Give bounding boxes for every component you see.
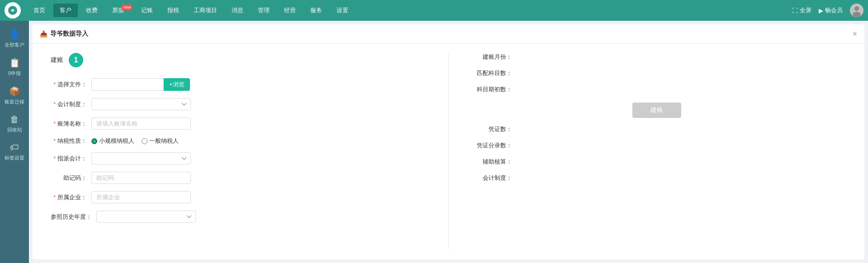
all-customers-label: 全部客户 xyxy=(5,42,24,48)
general-taxpayer-radio[interactable] xyxy=(142,138,147,144)
nav-right-area: ⛶ 全屏 ▶ 畅会员 xyxy=(792,4,863,17)
account-migration-icon: 📦 xyxy=(9,86,20,97)
sidebar-item-tag-settings[interactable]: 🏷 标签设置 xyxy=(0,138,29,166)
nav-home[interactable]: 首页 xyxy=(27,4,52,17)
vip-icon: ▶ xyxy=(819,7,823,14)
step-area: 建账 1 xyxy=(51,53,430,67)
all-customers-icon: 👤 xyxy=(9,29,20,40)
file-input-group: +浏览 xyxy=(91,78,190,91)
form-section: 建账 1 * 选择文件： +浏览 xyxy=(33,44,448,258)
memo-label: 助记码： xyxy=(51,174,87,182)
tax-type-label: * 纳税性质： xyxy=(51,137,87,145)
info-voucher-entries-label: 凭证分录数： xyxy=(467,141,512,150)
new-badge: new xyxy=(122,5,132,10)
info-section: 建账月份： 匹配科目数： 科目期初数： 建账 xyxy=(449,44,864,258)
nav-customer[interactable]: 客户 xyxy=(53,4,78,17)
panel-header: 📥 导爷数据导入 × xyxy=(33,24,864,44)
accountant-select[interactable] xyxy=(91,152,191,164)
company-input[interactable] xyxy=(91,191,191,203)
accounting-system-select[interactable] xyxy=(91,98,191,110)
nav-manage[interactable]: 管理 xyxy=(251,4,276,17)
build-button[interactable]: 建账 xyxy=(632,103,681,118)
svg-point-3 xyxy=(853,12,861,17)
info-accounting-system-row: 会计制度： xyxy=(467,174,846,182)
info-voucher-entries-row: 凭证分录数： xyxy=(467,141,846,150)
accountant-label: * 指派会计： xyxy=(51,155,87,163)
step-label: 建账 xyxy=(51,56,63,64)
ledger-name-input[interactable] xyxy=(91,117,191,130)
memo-input[interactable] xyxy=(91,172,191,184)
close-button[interactable]: × xyxy=(852,30,857,38)
nav-settings[interactable]: 设置 xyxy=(330,4,355,17)
build-btn-area: 建账 xyxy=(467,103,846,118)
tag-settings-icon: 🏷 xyxy=(10,142,19,153)
info-subject-match-row: 匹配科目数： xyxy=(467,69,846,77)
company-label: * 所属企业： xyxy=(51,193,87,202)
general-taxpayer-label: 一般纳税人 xyxy=(149,137,179,145)
zero-report-label: 0申报 xyxy=(8,70,21,77)
step-circle: 1 xyxy=(69,53,83,67)
sidebar-item-zero-report[interactable]: 📋 0申报 xyxy=(0,53,29,81)
vip-btn[interactable]: ▶ 畅会员 xyxy=(819,6,843,14)
info-aux-row: 辅助核算： xyxy=(467,158,846,166)
accounting-system-row: * 会计制度： xyxy=(51,98,430,110)
nav-ticket[interactable]: 票据 new xyxy=(106,4,133,17)
fullscreen-icon: ⛶ xyxy=(792,7,798,14)
general-taxpayer-option[interactable]: 一般纳税人 xyxy=(142,137,179,145)
sidebar: 👤 全部客户 📋 0申报 📦 账套迁移 🗑 回收站 🏷 标签设置 xyxy=(0,21,29,263)
ledger-name-row: * 账簿名称： xyxy=(51,117,430,130)
memo-row: 助记码： xyxy=(51,172,430,184)
required-mark: * xyxy=(53,81,57,88)
nav-operation[interactable]: 经营 xyxy=(278,4,302,17)
required-mark5: * xyxy=(53,155,57,162)
nav-bookkeeping[interactable]: 记账 xyxy=(135,4,159,17)
sidebar-item-all-customers[interactable]: 👤 全部客户 xyxy=(0,24,29,53)
file-label: * 选择文件： xyxy=(51,80,87,89)
avatar[interactable] xyxy=(850,4,863,17)
required-mark2: * xyxy=(53,101,57,108)
small-taxpayer-option[interactable]: 小规模纳税人 xyxy=(91,137,134,145)
info-aux-label: 辅助核算： xyxy=(467,158,512,166)
nav-message[interactable]: 消息 xyxy=(225,4,250,17)
history-year-row: 参照历史年度： xyxy=(51,211,430,223)
sidebar-item-recycle[interactable]: 🗑 回收站 xyxy=(0,110,29,138)
vip-label: 畅会员 xyxy=(825,6,843,14)
small-taxpayer-radio[interactable] xyxy=(91,138,97,144)
recycle-icon: 🗑 xyxy=(10,114,19,125)
small-taxpayer-label: 小规模纳税人 xyxy=(99,137,134,145)
account-migration-label: 账套迁移 xyxy=(5,99,24,105)
required-mark6: * xyxy=(53,194,57,201)
panel-title: 📥 导爷数据导入 xyxy=(40,30,88,38)
fullscreen-btn[interactable]: ⛶ 全屏 xyxy=(792,6,811,14)
browse-button[interactable]: +浏览 xyxy=(164,78,190,91)
svg-point-2 xyxy=(854,6,859,11)
info-accounting-system-label: 会计制度： xyxy=(467,174,512,182)
required-mark4: * xyxy=(53,137,57,144)
main-layout: 👤 全部客户 📋 0申报 📦 账套迁移 🗑 回收站 🏷 标签设置 📥 导 xyxy=(0,21,868,263)
accountant-row: * 指派会计： xyxy=(51,152,430,164)
info-subject-init-label: 科目期初数： xyxy=(467,85,512,94)
info-voucher-row: 凭证数： xyxy=(467,125,846,133)
info-voucher-label: 凭证数： xyxy=(467,125,512,133)
zero-report-icon: 📋 xyxy=(9,57,20,68)
import-panel: 📥 导爷数据导入 × 建账 1 * 选择文件： xyxy=(33,24,864,259)
sidebar-item-account-migration[interactable]: 📦 账套迁移 xyxy=(0,81,29,110)
nav-business[interactable]: 工商项目 xyxy=(187,4,223,17)
nav-service[interactable]: 服务 xyxy=(304,4,328,17)
file-input[interactable] xyxy=(91,78,164,91)
top-navigation: 首页 客户 收费 票据 new 记账 报税 工商项目 消息 管理 经营 服务 设… xyxy=(0,0,868,21)
nav-tax[interactable]: 报税 xyxy=(161,4,185,17)
upload-icon: 📥 xyxy=(40,30,47,38)
content-area: 📥 导爷数据导入 × 建账 1 * 选择文件： xyxy=(29,21,868,263)
tag-settings-label: 标签设置 xyxy=(5,155,24,161)
tax-type-radio-group: 小规模纳税人 一般纳税人 xyxy=(91,137,179,145)
nav-fee[interactable]: 收费 xyxy=(80,4,104,17)
panel-title-text: 导爷数据导入 xyxy=(50,30,88,38)
required-mark3: * xyxy=(53,120,57,127)
file-label-text: 选择文件： xyxy=(57,81,87,88)
history-year-label: 参照历史年度： xyxy=(51,213,92,221)
ledger-name-label: * 账簿名称： xyxy=(51,120,87,128)
info-subject-init-row: 科目期初数： xyxy=(467,85,846,94)
history-year-select[interactable] xyxy=(96,211,196,223)
info-month-row: 建账月份： xyxy=(467,53,846,61)
